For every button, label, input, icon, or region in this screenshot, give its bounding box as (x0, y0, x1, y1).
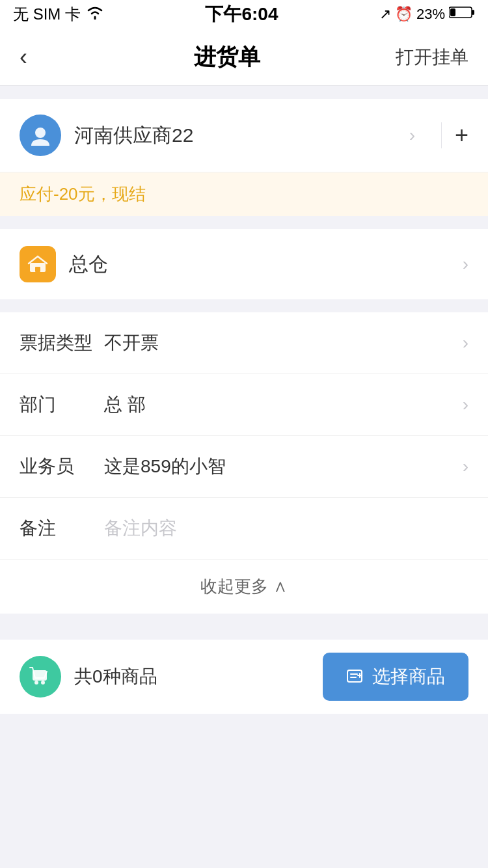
status-time: 下午6:04 (205, 2, 278, 27)
supplier-avatar (20, 115, 61, 156)
svg-rect-2 (450, 8, 455, 16)
battery-text: 23% (416, 6, 445, 23)
svg-rect-1 (472, 10, 474, 15)
back-button[interactable]: ‹ (20, 44, 59, 71)
section-gap-1 (0, 86, 488, 99)
carrier-text: 无 SIM 卡 (13, 4, 81, 25)
nav-bar: ‹ 进货单 打开挂单 (0, 29, 488, 86)
warehouse-row[interactable]: 总仓 › (0, 229, 488, 299)
form-section: 票据类型 不开票 › 部门 总 部 › 业务员 这是859的小智 › 备注 备注… (0, 312, 488, 559)
supplier-chevron-icon: › (409, 125, 415, 146)
svg-point-8 (41, 681, 45, 685)
invoice-label: 票据类型 (20, 331, 104, 355)
location-icon: ↗ (379, 6, 391, 23)
status-bar: 无 SIM 卡 下午6:04 ↗ ⏰ 23% (0, 0, 488, 29)
salesperson-label: 业务员 (20, 454, 104, 479)
dept-chevron-icon: › (463, 394, 468, 415)
dept-row[interactable]: 部门 总 部 › (0, 374, 488, 436)
collapse-button[interactable]: 收起更多 ∧ (0, 559, 488, 614)
section-gap-3 (0, 299, 488, 312)
select-product-label: 选择商品 (372, 664, 445, 689)
invoice-row[interactable]: 票据类型 不开票 › (0, 312, 488, 374)
open-pending-button[interactable]: 打开挂单 (396, 45, 468, 70)
supplier-name: 河南供应商22 (74, 122, 409, 149)
notice-text: 应付-20元，现结 (20, 184, 146, 204)
warehouse-chevron-icon: › (463, 254, 468, 275)
dept-value: 总 部 (104, 392, 463, 417)
salesperson-value: 这是859的小智 (104, 454, 463, 479)
warehouse-icon-wrap (20, 246, 56, 282)
wifi-icon (86, 5, 104, 23)
divider (441, 122, 442, 148)
remark-label: 备注 (20, 516, 104, 541)
section-gap-2 (0, 216, 488, 229)
notice-row: 应付-20元，现结 (0, 172, 488, 216)
product-cart-icon-wrap (20, 656, 61, 698)
status-right: ↗ ⏰ 23% (379, 6, 475, 23)
add-button[interactable]: + (455, 122, 468, 149)
svg-rect-5 (35, 267, 40, 272)
supplier-row[interactable]: 河南供应商22 › + (0, 99, 488, 172)
bottom-bar: 共0种商品 选择商品 (0, 640, 488, 714)
invoice-chevron-icon: › (463, 332, 468, 353)
select-product-button[interactable]: 选择商品 (323, 653, 468, 701)
warehouse-label: 总仓 (69, 251, 463, 278)
invoice-value: 不开票 (104, 331, 463, 355)
dept-label: 部门 (20, 392, 104, 417)
salesperson-row[interactable]: 业务员 这是859的小智 › (0, 436, 488, 498)
remark-input[interactable]: 备注内容 (104, 516, 468, 541)
svg-point-3 (35, 128, 46, 138)
supplier-section: 河南供应商22 › + 应付-20元，现结 (0, 99, 488, 216)
status-left: 无 SIM 卡 (13, 4, 104, 25)
product-count-text: 共0种商品 (74, 664, 323, 689)
alarm-icon: ⏰ (395, 6, 413, 23)
remark-row[interactable]: 备注 备注内容 (0, 498, 488, 559)
page-title: 进货单 (194, 42, 260, 72)
salesperson-chevron-icon: › (463, 456, 468, 477)
section-gap-4 (0, 614, 488, 627)
warehouse-section: 总仓 › (0, 229, 488, 299)
svg-point-7 (34, 681, 38, 685)
battery-icon (449, 6, 475, 23)
